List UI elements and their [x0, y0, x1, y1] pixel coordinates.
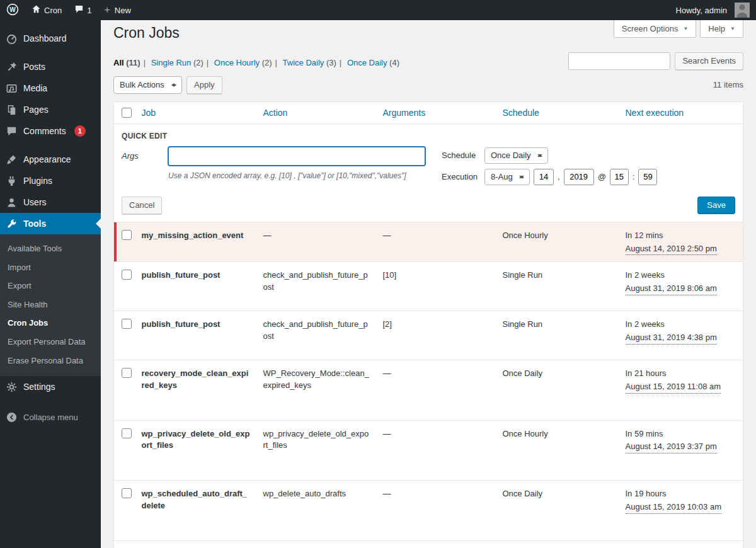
admin-bar-new[interactable]: + New [98, 0, 137, 20]
save-button[interactable]: Save [697, 197, 735, 214]
select-all-checkbox[interactable] [122, 108, 132, 118]
row-checkbox[interactable] [122, 428, 132, 438]
wordpress-logo-menu[interactable]: W [0, 0, 25, 20]
sidebar-item-dashboard[interactable]: Dashboard [0, 28, 101, 49]
row-checkbox[interactable] [122, 488, 132, 498]
schedule-select[interactable]: Once Daily [484, 147, 548, 164]
sort-column-arguments[interactable]: Arguments [383, 108, 426, 118]
schedule-value: Single Run [496, 262, 619, 311]
row-checkbox[interactable] [122, 319, 132, 329]
next-date: August 31, 2019 8:06 am [626, 283, 717, 295]
schedule-value: Once Daily [496, 540, 619, 548]
day-input[interactable] [534, 169, 554, 185]
sidebar-item-users[interactable]: Users [0, 191, 101, 213]
cancel-button[interactable]: Cancel [122, 197, 162, 214]
filter-label: Single Run [151, 58, 192, 67]
job-name: publish_future_post [135, 311, 257, 360]
month-select-wrap: 8-Aug [484, 169, 530, 185]
filter-once-hourly[interactable]: Once Hourly (2) [214, 58, 272, 67]
filter-single-run[interactable]: Single Run (2) [151, 58, 203, 67]
sidebar-item-appearance[interactable]: Appearance [0, 149, 101, 170]
action-value: WP_Recovery_Mode::clean_expired_keys [257, 360, 377, 420]
plugins-plug-icon [5, 174, 18, 187]
sidebar-item-plugins[interactable]: Plugins [0, 170, 101, 191]
collapse-arrow-icon [5, 411, 18, 423]
args-input[interactable] [168, 147, 425, 166]
screen-options-button[interactable]: Screen Options ▼ [614, 20, 697, 38]
tools-submenu: Available Tools Import Export Site Healt… [0, 234, 101, 376]
avatar [735, 3, 750, 18]
filter-count: (2) [193, 58, 203, 67]
schedule-value: Once Daily [496, 360, 619, 420]
cron-row-publish-future-post-1: publish_future_post check_and_publish_fu… [114, 262, 743, 311]
month-select[interactable]: 8-Aug [484, 169, 530, 185]
sort-column-schedule[interactable]: Schedule [503, 108, 539, 118]
filter-twice-daily[interactable]: Twice Daily (3) [283, 58, 336, 67]
help-button[interactable]: Help ▼ [700, 20, 743, 38]
search-input[interactable] [568, 52, 670, 70]
admin-bar-comments-count: 1 [87, 6, 91, 15]
next-relative: In 59 mins [626, 428, 737, 440]
filter-count: (4) [389, 58, 399, 67]
row-checkbox[interactable] [122, 368, 132, 378]
bulk-actions-select-wrap: Bulk Actions [113, 76, 182, 94]
submenu-item-import[interactable]: Import [0, 258, 101, 277]
sidebar-item-settings[interactable]: Settings [0, 376, 101, 397]
sort-column-job[interactable]: Job [142, 108, 156, 118]
job-name: wp_scheduled_delete [135, 540, 257, 548]
site-name-menu[interactable]: Cron [25, 0, 68, 20]
hour-input[interactable] [610, 169, 629, 185]
sidebar-label-media: Media [23, 83, 47, 93]
job-name: my_missing_action_event [135, 222, 257, 262]
action-value: check_and_publish_future_post [257, 262, 377, 311]
sidebar-item-comments[interactable]: Comments 1 [0, 120, 101, 142]
next-execution-cell: In 21 hours August 15, 2019 11:08 am [619, 360, 743, 420]
dashboard-icon [5, 32, 18, 45]
submenu-item-erase-personal-data[interactable]: Erase Personal Data [0, 351, 101, 370]
action-value: wp_privacy_delete_old_export_files [257, 420, 377, 481]
next-execution-cell: In 2 weeks August 31, 2019 8:06 am [619, 262, 743, 311]
schedule-value: Once Hourly [496, 420, 619, 481]
sidebar-item-posts[interactable]: Posts [0, 56, 101, 77]
filter-all[interactable]: All (11) [113, 58, 140, 67]
cron-row-my-missing-action-event: my_missing_action_event — — Once Hourly … [114, 222, 743, 262]
cron-row-recovery-mode-clean-expired-keys: recovery_mode_clean_expired_keys WP_Reco… [114, 360, 743, 420]
minute-input[interactable] [638, 169, 657, 185]
quick-edit-title: QUICK EDIT [122, 132, 735, 140]
svg-text:W: W [9, 6, 16, 13]
submenu-item-available-tools[interactable]: Available Tools [0, 239, 101, 258]
bulk-actions-select[interactable]: Bulk Actions [113, 76, 182, 94]
action-value: — [257, 222, 377, 262]
search-events-button[interactable]: Search Events [675, 52, 743, 70]
items-count: 11 items [713, 80, 743, 89]
row-checkbox[interactable] [122, 270, 132, 280]
quick-edit-row: QUICK EDIT Args Use a JSON encoded array… [114, 123, 743, 222]
admin-bar-comments[interactable]: 1 [68, 0, 98, 20]
job-name: wp_privacy_delete_old_export_files [135, 420, 257, 481]
filter-label: Twice Daily [283, 58, 324, 67]
admin-bar-left: W Cron 1 + New [0, 0, 137, 20]
sort-column-next-execution[interactable]: Next execution [626, 108, 684, 118]
apply-button[interactable]: Apply [186, 76, 222, 94]
howdy-menu[interactable]: Howdy, admin [670, 0, 756, 20]
filter-links: All (11)| Single Run (2)| Once Hourly (2… [113, 58, 399, 70]
cron-row-wp-scheduled-delete: wp_scheduled_delete wp_scheduled_delete … [114, 540, 743, 548]
sort-column-action[interactable]: Action [263, 108, 288, 118]
menu-separator [0, 49, 101, 56]
users-person-icon [5, 196, 18, 208]
submenu-item-export-personal-data[interactable]: Export Personal Data [0, 333, 101, 351]
collapse-menu-button[interactable]: Collapse menu [0, 406, 101, 428]
next-relative: In 21 hours [626, 368, 737, 380]
submenu-item-site-health[interactable]: Site Health [0, 295, 101, 314]
filter-once-daily[interactable]: Once Daily (4) [347, 58, 399, 67]
submenu-item-cron-jobs[interactable]: Cron Jobs [0, 314, 101, 333]
sidebar-item-media[interactable]: Media [0, 77, 101, 99]
year-input[interactable] [564, 169, 594, 185]
admin-bar: W Cron 1 + New Howdy, admin [0, 0, 756, 20]
execution-label: Execution [442, 172, 481, 181]
row-checkbox[interactable] [122, 230, 132, 240]
pushpin-icon [5, 60, 18, 73]
sidebar-item-tools[interactable]: Tools [0, 213, 101, 234]
submenu-item-export[interactable]: Export [0, 277, 101, 295]
sidebar-item-pages[interactable]: Pages [0, 99, 101, 120]
